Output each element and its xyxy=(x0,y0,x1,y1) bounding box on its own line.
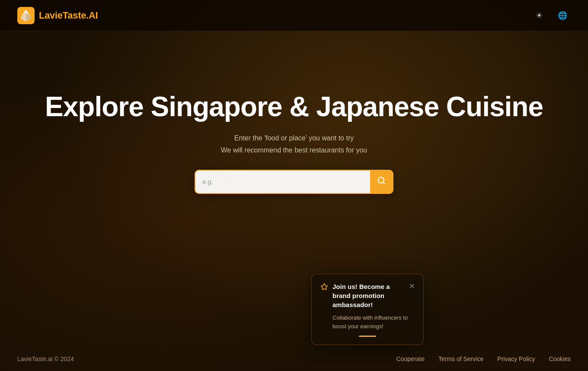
footer-links: Cooperate Terms of Service Privacy Polic… xyxy=(396,355,571,362)
footer: LavieTaste.ai © 2024 Cooperate Terms of … xyxy=(0,347,588,371)
logo-icon xyxy=(17,7,35,24)
popup-title: Join us! Become a brand promotion ambass… xyxy=(332,282,406,309)
globe-icon: 🌐 xyxy=(558,11,567,20)
popup-body: Collaborate with influencers to boost yo… xyxy=(320,314,415,330)
brand-logo[interactable]: LavieTaste.AI xyxy=(17,7,98,24)
search-button[interactable] xyxy=(370,171,393,193)
brand-name: LavieTaste.AI xyxy=(39,10,98,21)
footer-link-cooperate[interactable]: Cooperate xyxy=(396,355,425,362)
svg-marker-3 xyxy=(321,284,328,290)
star-icon xyxy=(320,283,328,293)
hero-title: Explore Singapore & Japanese Cuisine xyxy=(45,92,543,122)
popup-close-button[interactable]: ✕ xyxy=(406,282,415,290)
footer-copyright: LavieTaste.ai © 2024 xyxy=(17,355,74,362)
theme-toggle-button[interactable]: ☀ xyxy=(531,7,547,24)
language-button[interactable]: 🌐 xyxy=(554,7,571,24)
search-icon xyxy=(377,176,386,187)
search-input[interactable] xyxy=(195,172,370,191)
navbar: LavieTaste.AI ☀ 🌐 xyxy=(0,0,588,31)
hero-subtitle: Enter the 'food or place' you want to tr… xyxy=(221,132,368,155)
sun-icon: ☀ xyxy=(536,11,543,20)
subtitle-line1: Enter the 'food or place' you want to tr… xyxy=(221,132,368,144)
footer-link-privacy[interactable]: Privacy Policy xyxy=(497,355,535,362)
navbar-actions: ☀ 🌐 xyxy=(531,7,571,24)
main-content: Explore Singapore & Japanese Cuisine Ent… xyxy=(0,31,588,194)
footer-link-terms[interactable]: Terms of Service xyxy=(438,355,483,362)
popup-title-row: Join us! Become a brand promotion ambass… xyxy=(320,282,406,309)
popup-header: Join us! Become a brand promotion ambass… xyxy=(320,282,415,309)
popup-card: Join us! Become a brand promotion ambass… xyxy=(311,274,424,345)
subtitle-line2: We will recommend the best restaurants f… xyxy=(221,144,368,156)
svg-line-2 xyxy=(383,182,385,184)
search-container xyxy=(195,170,393,194)
footer-link-cookies[interactable]: Cookies xyxy=(549,355,571,362)
popup-scroll-indicator xyxy=(359,336,376,337)
